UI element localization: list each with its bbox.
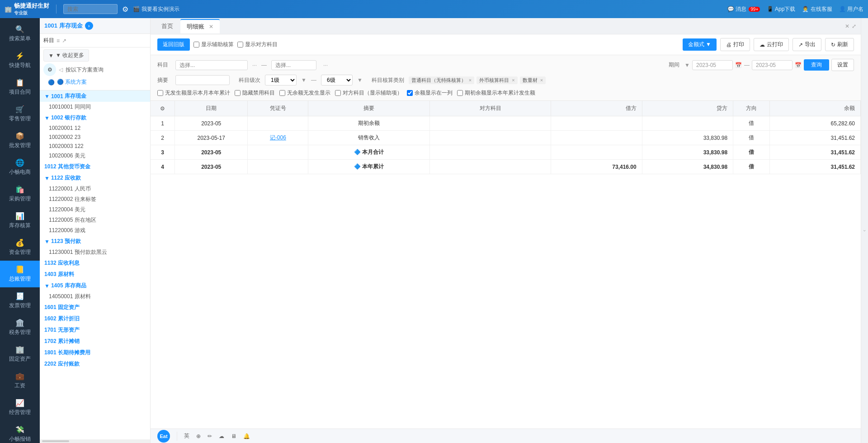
cb-hide-disabled[interactable]: 隐藏禁用科目: [235, 89, 275, 97]
account-item-1132[interactable]: 1132 应收利息: [40, 257, 150, 269]
calendar-icon-1[interactable]: 📅: [735, 62, 742, 68]
tab-home[interactable]: 首页: [155, 19, 179, 33]
tag-foreign-close[interactable]: ×: [512, 77, 514, 83]
sidebar-item-ecommerce[interactable]: 🌐 小畅电商: [0, 154, 40, 181]
cloud-print-btn[interactable]: ☁ 云打印: [754, 38, 789, 51]
cb-period-balance-input[interactable]: [457, 90, 463, 96]
accounts-scrollbar[interactable]: [40, 439, 150, 443]
account-level-start-select[interactable]: 1级 2级 3级: [265, 75, 297, 86]
col-header-settings[interactable]: ⚙: [151, 101, 175, 116]
status-screen-icon[interactable]: 🖥: [231, 433, 236, 439]
cell-voucher-2[interactable]: 记-006: [248, 131, 308, 145]
account-item-11220001[interactable]: 11220001 人民币: [40, 184, 150, 194]
status-bell-icon[interactable]: 🔔: [243, 433, 250, 439]
online-service-btn[interactable]: 👨‍💼 在线客服: [802, 5, 832, 13]
account-item-1702[interactable]: 1702 累计摊销: [40, 336, 150, 347]
right-collapse-panel[interactable]: ›: [861, 18, 868, 443]
account-item-10020006[interactable]: 10020006 美元: [40, 151, 150, 161]
account-item-1403[interactable]: 1403 原材料: [40, 269, 150, 280]
sidebar-item-quicknav[interactable]: ⚡ 快捷导航: [0, 47, 40, 74]
voucher-link-2[interactable]: 记-006: [270, 134, 286, 141]
show-aux-checkbox[interactable]: [193, 42, 199, 48]
cb-period-balance[interactable]: 期初余额显示本年累计发生额: [457, 89, 535, 97]
sidebar-item-expense[interactable]: 💸 小畅报销: [0, 421, 40, 443]
account-item-10020001[interactable]: 10020001 12: [40, 124, 150, 133]
sidebar-item-ops[interactable]: 📈 经营管理: [0, 394, 40, 421]
message-btn[interactable]: 💬 消息 99+: [727, 5, 760, 13]
return-old-btn[interactable]: 返回旧版: [157, 38, 190, 51]
query-btn[interactable]: 查询: [804, 59, 829, 71]
account-item-11230001[interactable]: 11230001 预付款款黑云: [40, 247, 150, 257]
sidebar-item-finance[interactable]: 💰 资金管理: [0, 234, 40, 261]
cb-hide-disabled-input[interactable]: [235, 90, 241, 96]
scheme-settings-icon[interactable]: ⚙: [43, 63, 56, 76]
collapse-arrow[interactable]: ◁: [59, 67, 63, 73]
user-avatar[interactable]: 👤 用户名: [839, 5, 863, 13]
sidebar-item-retail[interactable]: 🛒 零售管理: [0, 100, 40, 127]
tab-ledger[interactable]: 明细账 ✕: [180, 19, 220, 33]
sidebar-item-tax[interactable]: 🏛️ 税务管理: [0, 314, 40, 341]
status-lang-btn[interactable]: 英: [184, 432, 189, 440]
sidebar-item-invoice[interactable]: 🧾 发票管理: [0, 287, 40, 314]
settings-filter-btn[interactable]: 设置: [831, 59, 854, 71]
summary-input[interactable]: [175, 75, 230, 85]
account-item-11220004[interactable]: 11220004 美元: [40, 205, 150, 215]
account-item-10020003[interactable]: 10020003 122: [40, 142, 150, 151]
status-cloud-icon[interactable]: ☁: [219, 433, 224, 439]
period-start-input[interactable]: [692, 60, 733, 70]
account-filter-input2[interactable]: [271, 60, 316, 70]
cb-no-balance-input[interactable]: [279, 90, 285, 96]
account-item-11220005[interactable]: 11220005 所在地区: [40, 215, 150, 225]
period-dropdown-icon[interactable]: ▼: [684, 62, 690, 68]
tag-normal-close[interactable]: ×: [469, 77, 472, 83]
show-contra-checkbox-label[interactable]: 显示对方科目: [237, 41, 278, 48]
account-item-1602[interactable]: 1602 累计折旧: [40, 313, 150, 324]
account-item-11220006[interactable]: 11220006 游戏: [40, 225, 150, 236]
demo-link[interactable]: 🎬 我要看实例演示: [133, 5, 179, 13]
account-nav-arrow[interactable]: ›: [85, 22, 93, 30]
status-edit-icon[interactable]: ✏: [208, 433, 212, 439]
sidebar-item-salary[interactable]: 💼 工资: [0, 367, 40, 394]
accounts-list-icon[interactable]: ≡: [57, 38, 60, 44]
export-btn[interactable]: ↗ 导出: [793, 38, 821, 51]
settings-icon[interactable]: ⚙: [122, 5, 128, 14]
sidebar-item-wholesale[interactable]: 📦 批发管理: [0, 127, 40, 154]
account-item-2202[interactable]: 2202 应付账款: [40, 358, 150, 370]
tab-close-btn[interactable]: ✕: [209, 24, 213, 30]
cb-no-amount-input[interactable]: [157, 90, 163, 96]
account-item-10010001[interactable]: 10010001 同同同: [40, 102, 150, 112]
tabs-minimize-btn[interactable]: ✕: [845, 23, 849, 29]
show-aux-checkbox-label[interactable]: 显示辅助核算: [193, 41, 234, 48]
cb-balance-col-input[interactable]: [407, 90, 413, 96]
tabs-expand-btn[interactable]: ⤢: [852, 23, 856, 29]
calendar-icon-2[interactable]: 📅: [795, 62, 802, 68]
account-item-1601[interactable]: 1601 固定资产: [40, 302, 150, 313]
account-item-1002[interactable]: ▼ 1002 银行存款: [40, 112, 150, 124]
expand-btn[interactable]: ▼ ▼ 收起更多: [43, 49, 89, 62]
app-download-btn[interactable]: 📱 App下载: [767, 5, 795, 13]
cb-contra-input[interactable]: [335, 90, 341, 96]
status-add-icon[interactable]: ⊕: [196, 433, 201, 439]
account-item-1701[interactable]: 1701 无形资产: [40, 324, 150, 336]
account-item-1123[interactable]: ▼ 1123 预付款: [40, 236, 150, 247]
print-btn[interactable]: 🖨 打印: [720, 38, 750, 51]
cb-balance-col[interactable]: 余额显示在一列: [407, 89, 453, 97]
period-end-input[interactable]: [752, 60, 793, 70]
sidebar-item-assets[interactable]: 🏢 固定资产: [0, 341, 40, 367]
account-filter-input[interactable]: [175, 60, 248, 70]
accounts-expand-icon[interactable]: ↗: [62, 38, 66, 44]
currency-btn[interactable]: 金额式 ▼: [683, 38, 717, 51]
account-item-1012[interactable]: 1012 其他货币资金: [40, 161, 150, 172]
refresh-btn[interactable]: ↻ 刷新: [825, 38, 854, 51]
account-level-end-select[interactable]: 6级: [321, 75, 353, 86]
account-item-10020002[interactable]: 10020002 23: [40, 133, 150, 142]
sidebar-item-search[interactable]: 🔍 搜索菜单: [0, 20, 40, 47]
account-item-11220002[interactable]: 11220002 往来标签: [40, 194, 150, 205]
cb-no-amount[interactable]: 无发生额显示本月本年累计: [157, 89, 230, 97]
account-item-14050001[interactable]: 14050001 原材料: [40, 291, 150, 302]
account-item-1801[interactable]: 1801 长期待摊费用: [40, 347, 150, 358]
top-search-input[interactable]: [63, 4, 118, 14]
tag-qty-close[interactable]: ×: [540, 77, 543, 83]
plan-item[interactable]: 🔵 🔵 系统方案: [43, 76, 146, 88]
sidebar-item-project[interactable]: 📋 项目合同: [0, 74, 40, 100]
